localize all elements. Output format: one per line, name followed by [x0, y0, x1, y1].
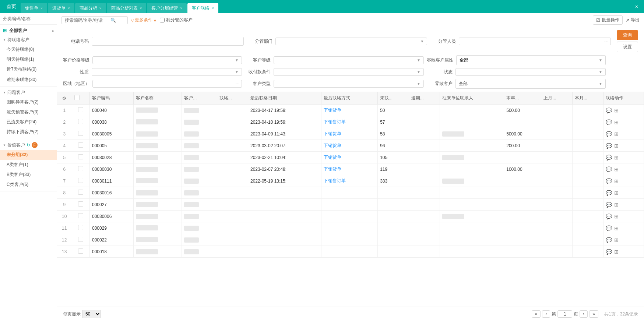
- filter-select-cust-type[interactable]: ▼: [274, 80, 424, 88]
- filter-select-retail-cust[interactable]: 全部 ▼: [455, 79, 606, 89]
- td-check-9[interactable]: [72, 211, 89, 222]
- row-checkbox-5[interactable]: [78, 166, 83, 171]
- chat-icon-2[interactable]: 💬: [606, 131, 612, 137]
- td-check-2[interactable]: [72, 128, 89, 140]
- filter-select-region[interactable]: ···: [92, 80, 242, 88]
- nav-close-all-btn[interactable]: ×: [632, 4, 641, 10]
- filter-select-retail-attr[interactable]: 全部 ▼: [456, 55, 606, 65]
- row-checkbox-12[interactable]: [78, 248, 83, 254]
- settings-icon[interactable]: ⚙: [62, 96, 66, 101]
- prev-page-btn[interactable]: ‹: [542, 310, 550, 318]
- filter-input-phone[interactable]: [92, 37, 244, 46]
- method-link-4[interactable]: 下销货单: [324, 155, 341, 160]
- sidebar-group-label-0[interactable]: ▼ 待联络客户: [0, 35, 57, 45]
- more-conditions-btn[interactable]: ▽ 更多条件 ▲: [131, 17, 157, 23]
- chat-icon-3[interactable]: 💬: [606, 143, 612, 149]
- chat-icon-5[interactable]: 💬: [606, 166, 612, 172]
- row-checkbox-3[interactable]: [78, 142, 83, 148]
- sidebar-collapse-btn[interactable]: «: [52, 29, 54, 33]
- nav-tab-3[interactable]: 商品分析列表×: [107, 3, 147, 13]
- grid-action-icon-5[interactable]: ⊞: [614, 166, 619, 172]
- nav-tab-4[interactable]: 客户分层经营×: [147, 3, 187, 13]
- th-settings[interactable]: ⚙: [57, 92, 72, 105]
- chat-icon-11[interactable]: 💬: [606, 237, 612, 243]
- sidebar-item-g1-3[interactable]: 持续下滑客户(2): [0, 127, 57, 137]
- sidebar-search-input[interactable]: [3, 16, 57, 21]
- row-checkbox-11[interactable]: [78, 237, 83, 242]
- filter-select-dept[interactable]: ▼: [275, 38, 427, 45]
- nav-tab-1[interactable]: 进货单×: [48, 3, 74, 13]
- td-check-3[interactable]: [72, 140, 89, 152]
- row-checkbox-7[interactable]: [78, 190, 83, 195]
- query-btn[interactable]: 查询: [617, 30, 638, 40]
- chat-icon-8[interactable]: 💬: [606, 202, 612, 208]
- chat-icon-0[interactable]: 💬: [606, 107, 612, 113]
- grid-action-icon-9[interactable]: ⊞: [614, 214, 619, 219]
- filter-select-payment[interactable]: ▼: [274, 68, 424, 76]
- my-customers-checkbox[interactable]: [160, 18, 165, 22]
- sidebar-item-g2-3[interactable]: C类客户(6): [0, 180, 57, 190]
- reset-btn[interactable]: 设置: [617, 42, 638, 52]
- row-checkbox-8[interactable]: [78, 201, 83, 207]
- nav-tab-close-0[interactable]: ×: [41, 6, 43, 10]
- filter-select-price-grade[interactable]: ▼: [92, 56, 242, 64]
- next-page-btn[interactable]: ›: [580, 310, 588, 318]
- row-checkbox-6[interactable]: [78, 178, 83, 183]
- grid-action-icon-4[interactable]: ⊞: [614, 155, 619, 160]
- sidebar-item-g1-2[interactable]: 已流失客户(24): [0, 117, 57, 127]
- sidebar-item-g2-1[interactable]: A类客户(1): [0, 160, 57, 170]
- sidebar-item-g0-3[interactable]: 逾期未联络(30): [0, 75, 57, 85]
- nav-tab-2[interactable]: 商品分析×: [75, 3, 106, 13]
- row-checkbox-0[interactable]: [78, 107, 83, 112]
- my-customers-toggle[interactable]: 我分管的客户: [160, 17, 193, 23]
- grid-action-icon-7[interactable]: ⊞: [614, 190, 619, 196]
- sidebar-group-label-1[interactable]: ▼ 问题客户: [0, 88, 57, 97]
- nav-tab-close-1[interactable]: ×: [68, 6, 70, 10]
- nav-tab-close-4[interactable]: ×: [180, 6, 182, 10]
- td-check-6[interactable]: [72, 175, 89, 187]
- td-check-12[interactable]: [72, 246, 89, 258]
- row-checkbox-10[interactable]: [78, 225, 83, 230]
- chat-icon-10[interactable]: 💬: [606, 225, 612, 231]
- filter-select-cust-grade[interactable]: ▼: [274, 56, 424, 64]
- sidebar-item-g0-2[interactable]: 近7天待联络(0): [0, 64, 57, 74]
- all-customers-header[interactable]: ⊞ 全部客户 «: [0, 25, 57, 35]
- nav-tab-close-5[interactable]: ×: [212, 6, 214, 10]
- filter-search-icon[interactable]: 🔍: [110, 18, 116, 23]
- chat-icon-12[interactable]: 💬: [606, 249, 612, 255]
- first-page-btn[interactable]: «: [532, 310, 541, 318]
- sidebar-item-g1-1[interactable]: 流失预警客户(3): [0, 107, 57, 117]
- select-all-checkbox[interactable]: [74, 95, 80, 100]
- method-link-0[interactable]: 下销货单: [324, 107, 341, 113]
- grid-action-icon-6[interactable]: ⊞: [614, 178, 619, 184]
- group-refresh-icon-2[interactable]: ↻: [27, 142, 30, 148]
- sidebar-item-g0-1[interactable]: 明天待联络(1): [0, 54, 57, 64]
- sidebar-item-g1-0[interactable]: 囤购异常客户(2): [0, 97, 57, 107]
- filter-select-nature[interactable]: ▼: [92, 68, 242, 76]
- method-link-3[interactable]: 下销货单: [324, 143, 341, 148]
- method-link-1[interactable]: 下销售订单: [324, 119, 346, 124]
- grid-action-icon-2[interactable]: ⊞: [614, 131, 619, 137]
- td-check-11[interactable]: [72, 234, 89, 246]
- row-checkbox-2[interactable]: [78, 131, 83, 136]
- method-link-6[interactable]: 下销售订单: [324, 178, 346, 183]
- td-check-5[interactable]: [72, 163, 89, 175]
- grid-action-icon-11[interactable]: ⊞: [614, 237, 619, 243]
- chat-icon-9[interactable]: 💬: [606, 214, 612, 219]
- sidebar-item-g0-0[interactable]: 今天待联络(0): [0, 45, 57, 54]
- td-check-4[interactable]: [72, 152, 89, 163]
- filter-select-manager[interactable]: ···: [459, 38, 611, 45]
- chat-icon-6[interactable]: 💬: [606, 178, 612, 184]
- chat-icon-4[interactable]: 💬: [606, 155, 612, 160]
- row-checkbox-1[interactable]: [78, 119, 83, 124]
- nav-home[interactable]: 首页: [3, 3, 20, 10]
- method-link-2[interactable]: 下销货单: [324, 131, 341, 136]
- method-link-5[interactable]: 下销货单: [324, 166, 341, 172]
- per-page-select[interactable]: 50 10 20 100: [82, 310, 101, 318]
- td-check-7[interactable]: [72, 187, 89, 199]
- filter-select-status[interactable]: ▼: [455, 68, 606, 76]
- grid-action-icon-3[interactable]: ⊞: [614, 143, 619, 149]
- chat-icon-7[interactable]: 💬: [606, 190, 612, 196]
- nav-tab-close-3[interactable]: ×: [140, 6, 142, 10]
- filter-search-input[interactable]: [65, 18, 109, 23]
